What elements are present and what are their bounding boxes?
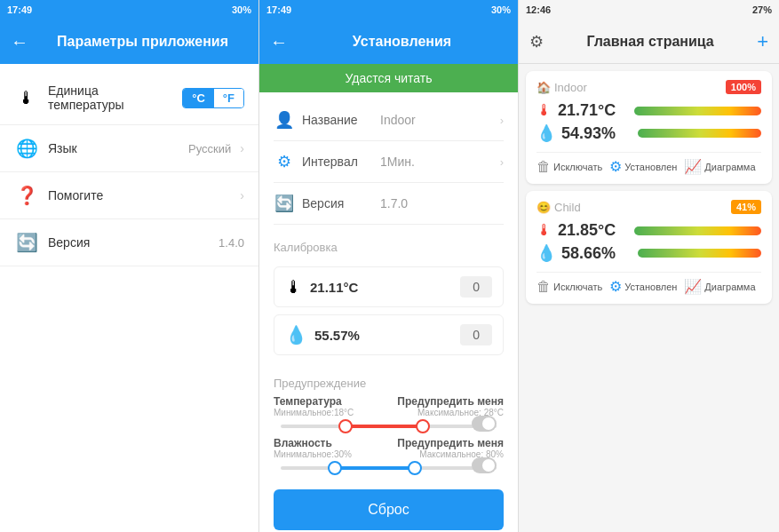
temperature-toggle[interactable]: °C °F — [182, 88, 244, 108]
card-child-header: 😊 Child 41% — [537, 200, 761, 214]
humidity-slider-track — [281, 466, 497, 470]
child-actions: 🗑 Исключать ⚙ Установлен 📈 Диаграмма — [537, 272, 761, 295]
humidity-warn-left: Влажность Минимальное:30% — [274, 437, 352, 459]
settings-list: 🌡 Единица температуры °C °F 🌐 Язык Русск… — [0, 64, 258, 274]
device-interval-item[interactable]: ⚙ Интервал 1Мин. › — [274, 141, 504, 183]
home-title: Главная страница — [551, 34, 750, 50]
header-title-1: Параметры приложения — [37, 34, 248, 50]
humidity-warn-right: Предупредить меня Максимальное: 80% — [397, 437, 504, 459]
indoor-settings-btn[interactable]: ⚙ Установлен — [609, 158, 677, 175]
interval-value: 1Мин. — [380, 155, 493, 169]
temperature-label: Единица температуры — [48, 83, 173, 112]
statusbar-1: 17:49 30% — [0, 0, 258, 20]
refresh-icon: 🔄 — [14, 232, 39, 253]
chart-label: Диаграмма — [704, 162, 755, 172]
warning-title: Предупреждение — [274, 369, 504, 395]
interval-icon: ⚙ — [274, 152, 295, 171]
humidity-slider-handle-left[interactable] — [328, 461, 342, 475]
humidity-warning-row: Влажность Минимальное:30% Предупредить м… — [274, 437, 504, 470]
thermometer-icon: 🌡 — [14, 88, 39, 108]
humidity-warning-labels: Влажность Минимальное:30% Предупредить м… — [274, 437, 504, 459]
calib-temp-value: 21.11°C — [310, 280, 453, 295]
home-header: ⚙ Главная страница + — [519, 20, 779, 64]
name-label: Название — [302, 113, 373, 127]
child-humidity-icon: 💧 — [537, 243, 556, 263]
calib-temp-icon: 🌡 — [285, 277, 303, 298]
indoor-temp-row: 🌡 21.71°C — [537, 99, 761, 122]
indoor-humidity-icon: 💧 — [537, 123, 556, 143]
child-chart-label: Диаграмма — [704, 282, 755, 292]
add-icon[interactable]: + — [757, 30, 768, 53]
child-gear-icon: ⚙ — [609, 278, 622, 295]
temp-warning-row: Температура Минимальное:18°C Предупредит… — [274, 395, 504, 428]
child-exclude-btn[interactable]: 🗑 Исключать — [537, 279, 602, 295]
child-temp-bar — [634, 226, 761, 235]
statusbar-2: 17:49 30% — [259, 0, 518, 20]
help-chevron-icon: › — [240, 188, 244, 202]
header-2: ← Установления — [259, 20, 518, 64]
temp-slider-handle-right[interactable] — [416, 419, 430, 433]
settings-item-help[interactable]: ❓ Помогите › — [0, 172, 258, 219]
device-list: 👤 Название Indoor › ⚙ Интервал 1Мин. › 🔄… — [259, 92, 518, 232]
indoor-humidity-value: 54.93% — [561, 124, 632, 143]
indoor-exclude-btn[interactable]: 🗑 Исключать — [537, 159, 602, 175]
humidity-slider-handle-right[interactable] — [408, 461, 422, 475]
chart-icon: 📈 — [684, 158, 702, 175]
humidity-warn-right-label: Предупредить меня — [397, 437, 504, 449]
settings-item-language[interactable]: 🌐 Язык Русский › — [0, 125, 258, 172]
indoor-temp-icon: 🌡 — [537, 101, 552, 120]
child-temp-icon: 🌡 — [537, 221, 552, 240]
calib-humidity-icon: 💧 — [285, 324, 307, 345]
child-settings-btn[interactable]: ⚙ Установлен — [609, 278, 677, 295]
time-1: 17:49 — [7, 4, 32, 15]
settings-icon[interactable]: ⚙ — [529, 32, 544, 52]
humidity-warn-min: Минимальное:30% — [274, 449, 352, 459]
temp-warn-right-label: Предупредить меня — [397, 395, 504, 408]
temp-warn-toggle[interactable] — [472, 416, 497, 432]
child-humidity-row: 💧 58.66% — [537, 242, 761, 265]
humidity-warn-label: Влажность — [274, 437, 352, 449]
time-3: 12:46 — [526, 4, 551, 15]
language-label: Язык — [48, 141, 179, 155]
reset-button[interactable]: Сброс — [274, 489, 504, 530]
temp-warn-min: Минимальное:18°C — [274, 408, 354, 417]
child-temp-row: 🌡 21.85°C — [537, 219, 761, 242]
temp-slider-fill — [346, 425, 423, 428]
calib-humidity-offset[interactable]: 0 — [460, 324, 492, 345]
version-value: 1.4.0 — [219, 236, 244, 250]
calibration-humidity-row: 💧 55.57% 0 — [274, 314, 504, 355]
child-temp-value: 21.85°C — [558, 221, 629, 240]
panel-home: 12:46 27% ⚙ Главная страница + 🏠 Indoor … — [519, 0, 779, 532]
temp-slider-handle-left[interactable] — [338, 419, 353, 433]
child-humidity-bar — [638, 249, 761, 258]
calibration-box: 🌡 21.11°C 0 💧 55.57% 0 — [259, 259, 518, 369]
calib-humidity-value: 55.57% — [314, 328, 453, 343]
device-name-item[interactable]: 👤 Название Indoor › — [274, 99, 504, 141]
humidity-warn-toggle[interactable] — [472, 457, 497, 473]
back-button-2[interactable]: ← — [270, 32, 288, 52]
panel-device-settings: 17:49 30% ← Установления Удастся читать … — [259, 0, 519, 532]
indoor-humidity-bar — [638, 129, 761, 138]
indoor-battery: 100% — [726, 80, 761, 94]
panel-settings: 17:49 30% ← Параметры приложения 🌡 Едини… — [0, 0, 259, 532]
indoor-chart-btn[interactable]: 📈 Диаграмма — [684, 158, 755, 175]
child-chart-btn[interactable]: 📈 Диаграмма — [684, 278, 755, 295]
help-label: Помогите — [48, 188, 231, 202]
calibration-temp-row: 🌡 21.11°C 0 — [274, 266, 504, 307]
globe-icon: 🌐 — [14, 138, 39, 159]
humidity-slider-fill — [335, 466, 415, 470]
temp-slider-track — [281, 425, 497, 428]
temp-warn-label: Температура — [274, 395, 354, 408]
card-child: 😊 Child 41% 🌡 21.85°C 💧 58.66% 🗑 Исключа… — [526, 191, 772, 304]
calib-temp-offset[interactable]: 0 — [460, 276, 492, 298]
warning-section: Предупреждение Температура Минимальное:1… — [259, 369, 518, 479]
interval-arrow-icon: › — [500, 155, 504, 169]
help-icon: ❓ — [14, 185, 39, 206]
child-chart-icon: 📈 — [684, 278, 702, 295]
fahrenheit-button[interactable]: °F — [214, 89, 243, 107]
language-value: Русский — [188, 142, 231, 155]
back-button-1[interactable]: ← — [11, 32, 28, 52]
battery-1: 30% — [232, 4, 251, 15]
indoor-humidity-row: 💧 54.93% — [537, 122, 761, 145]
celsius-button[interactable]: °C — [183, 89, 214, 107]
